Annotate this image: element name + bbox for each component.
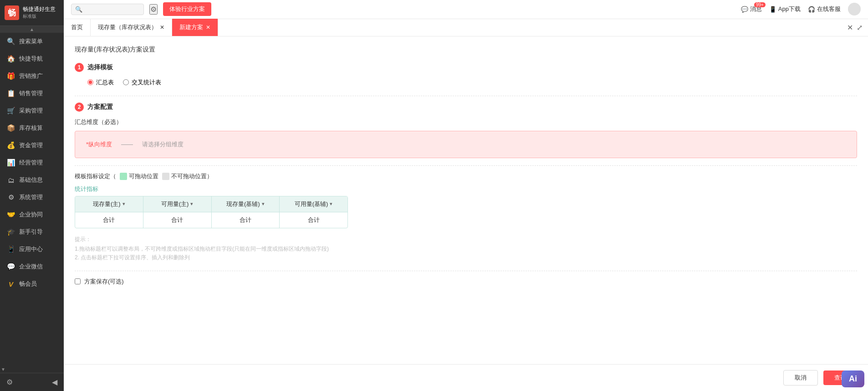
sidebar-item-label: 应用中心 — [19, 245, 43, 253]
sidebar-item-label: 基础信息 — [19, 176, 43, 184]
user-area[interactable] — [848, 3, 861, 15]
tab-new-scheme[interactable]: 新建方案 ✕ — [172, 19, 218, 36]
sidebar-item-inventory[interactable]: 📦 库存核算 — [0, 119, 64, 137]
tab-new-scheme-close[interactable]: ✕ — [206, 24, 210, 31]
sidebar-item-search[interactable]: 🔍 搜索菜单 — [0, 33, 64, 50]
stats-header-col-1-label: 可用量(主) — [161, 200, 189, 208]
stats-header-col-0[interactable]: 现存量(主) ▾ — [75, 196, 143, 212]
tab-new-scheme-label: 新建方案 — [179, 23, 203, 31]
sidebar: 畅 畅捷通好生意 标准版 ▲ 🔍 搜索菜单 🏠 快捷导航 🎁 营销推广 📋 销售… — [0, 0, 64, 391]
main-area: 🔍 ⚙ 体验行业方案 💬 消息 99+ 📱 App下载 🎧 在线客服 — [64, 0, 868, 391]
topbar-right: 💬 消息 99+ 📱 App下载 🎧 在线客服 — [741, 3, 861, 15]
tab-minimize-icon[interactable]: ✕ — [847, 23, 853, 32]
collapse-icon[interactable]: ◀ — [52, 378, 57, 386]
gear-icon: ⚙ — [6, 193, 15, 201]
chevron-down-icon-3: ▾ — [330, 201, 332, 207]
metrics-config-label: 模板指标设定（ 可拖动位置 不可拖动位置） — [75, 172, 857, 180]
topbar: 🔍 ⚙ 体验行业方案 💬 消息 99+ 📱 App下载 🎧 在线客服 — [64, 0, 868, 19]
save-checkbox[interactable] — [75, 278, 81, 284]
app-download-button[interactable]: 📱 App下载 — [769, 5, 801, 13]
save-label: 方案保存(可选) — [84, 278, 124, 286]
section-template: 1 选择模板 汇总表 交叉统计表 — [75, 63, 857, 87]
sidebar-item-marketing[interactable]: 🎁 营销推广 — [0, 67, 64, 85]
handshake-icon: 🤝 — [6, 211, 15, 219]
ai-badge[interactable]: Ai — [842, 370, 864, 387]
stats-table: 现存量(主) ▾ 可用量(主) ▾ 现存量(基辅) ▾ — [75, 196, 348, 228]
sidebar-item-sales[interactable]: 📋 销售管理 — [0, 85, 64, 102]
phone-icon: 📱 — [769, 6, 776, 13]
option-summary[interactable]: 汇总表 — [87, 78, 114, 87]
radio-summary[interactable] — [87, 79, 93, 85]
stats-header-col-1[interactable]: 可用量(主) ▾ — [143, 196, 212, 212]
divider1 — [75, 96, 857, 96]
tab-inventory-status[interactable]: 现存量（库存状况表） ✕ — [91, 19, 172, 36]
drag-box-icon — [120, 173, 127, 180]
settings-bottom-icon[interactable]: ⚙ — [6, 378, 13, 386]
tab-home[interactable]: 首页 — [64, 19, 91, 36]
sidebar-item-shortcut[interactable]: 🏠 快捷导航 — [0, 50, 64, 67]
trial-button[interactable]: 体验行业方案 — [163, 2, 211, 16]
tab-inventory-status-label: 现存量（库存状况表） — [98, 23, 157, 31]
app-logo: 畅 畅捷通好生意 标准版 — [0, 0, 64, 26]
sidebar-scroll-up[interactable]: ▲ — [0, 26, 64, 33]
guide-icon: 🎓 — [6, 228, 15, 236]
sidebar-item-system[interactable]: ⚙ 系统管理 — [0, 189, 64, 206]
message-badge: 99+ — [754, 2, 766, 7]
search-icon: 🔍 — [6, 37, 15, 46]
tab-expand-icon[interactable]: ⤢ — [857, 23, 863, 32]
hint-title: 提示： — [75, 236, 857, 243]
vip-icon: V — [6, 280, 15, 288]
section-config: 2 方案配置 汇总维度（必选） *纵向维度 —— 请选择分组维度 模板指标设定（ — [75, 103, 857, 262]
sidebar-item-agreement[interactable]: 🤝 企业协同 — [0, 206, 64, 223]
sidebar-item-vip[interactable]: V 畅会员 — [0, 275, 64, 293]
sidebar-item-label: 销售管理 — [19, 89, 43, 98]
stats-header-col-3[interactable]: 可用量(基辅) ▾ — [280, 196, 347, 212]
tab-inventory-status-close[interactable]: ✕ — [160, 24, 164, 31]
cart-icon: 🛒 — [6, 107, 15, 115]
section2-title: 方案配置 — [87, 103, 113, 111]
dimension-placeholder: 请选择分组维度 — [142, 140, 184, 149]
message-icon: 💬 — [741, 6, 748, 13]
option-cross[interactable]: 交叉统计表 — [123, 78, 161, 87]
message-button[interactable]: 💬 消息 99+ — [741, 5, 762, 13]
stats-header-row: 现存量(主) ▾ 可用量(主) ▾ 现存量(基辅) ▾ — [75, 196, 347, 212]
sidebar-item-operation[interactable]: 📊 经营管理 — [0, 154, 64, 171]
cancel-button[interactable]: 取消 — [783, 370, 818, 386]
search-input[interactable] — [85, 6, 131, 12]
search-box[interactable]: 🔍 — [71, 4, 144, 15]
settings-button[interactable]: ⚙ — [149, 4, 158, 15]
hint-item-0: 1.拖动标题栏可以调整布局，不可跨维度或指标区域拖动栏目字段(只能在同一维度或指… — [75, 245, 857, 253]
no-drag-box-icon — [162, 173, 169, 180]
sidebar-item-label: 企业微信 — [19, 262, 43, 271]
save-option[interactable]: 方案保存(可选) — [75, 278, 857, 286]
dimension-box[interactable]: *纵向维度 —— 请选择分组维度 — [75, 131, 857, 158]
stats-header-col-2[interactable]: 现存量(基辅) ▾ — [212, 196, 280, 212]
chevron-down-icon-0: ▾ — [123, 201, 125, 207]
sidebar-item-apps[interactable]: 📱 应用中心 — [0, 241, 64, 258]
logo-icon: 畅 — [5, 5, 19, 20]
search-icon: 🔍 — [75, 6, 82, 13]
sidebar-item-label: 采购管理 — [19, 107, 43, 115]
sidebar-item-finance[interactable]: 💰 资金管理 — [0, 137, 64, 154]
stats-body-col-1: 合计 — [143, 212, 212, 228]
sidebar-item-newbie[interactable]: 🎓 新手引导 — [0, 223, 64, 241]
stats-header-col-3-label: 可用量(基辅) — [295, 200, 328, 208]
radio-cross[interactable] — [123, 79, 129, 85]
app-edition: 标准版 — [23, 13, 56, 20]
hint-item-1: 2. 点击标题栏下拉可设置排序、插入列和删除列 — [75, 254, 857, 262]
stats-body-col-0: 合计 — [75, 212, 143, 228]
section2-header: 2 方案配置 — [75, 103, 857, 112]
dimension-dash: —— — [121, 141, 133, 148]
dimension-label: 汇总维度（必选） — [75, 118, 857, 126]
sidebar-item-purchase[interactable]: 🛒 采购管理 — [0, 102, 64, 119]
service-label: 在线客服 — [817, 5, 841, 13]
content-scroll: 现存量(库存状况表)方案设置 1 选择模板 汇总表 交 — [64, 36, 868, 364]
sidebar-item-basic[interactable]: 🗂 基础信息 — [0, 171, 64, 189]
sidebar-scroll-down[interactable]: ▼ — [0, 366, 64, 373]
template-options: 汇总表 交叉统计表 — [87, 78, 857, 87]
customer-service-button[interactable]: 🎧 在线客服 — [808, 5, 841, 13]
gift-icon: 🎁 — [6, 72, 15, 80]
money-icon: 💰 — [6, 141, 15, 149]
chart-icon: 📊 — [6, 159, 15, 167]
sidebar-item-weixin[interactable]: 💬 企业微信 — [0, 258, 64, 275]
